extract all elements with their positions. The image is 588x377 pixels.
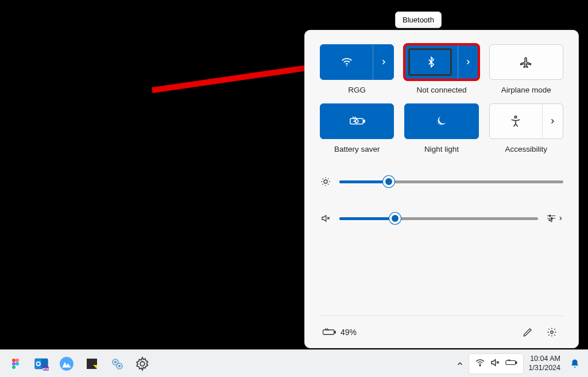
taskbar-app-figma[interactable]: [3, 352, 29, 375]
battery-saver-tile: Battery saver: [320, 103, 394, 153]
bluetooth-label: Not connected: [416, 86, 466, 94]
accessibility-tile: Accessibility: [489, 103, 563, 153]
accessibility-label: Accessibility: [505, 145, 548, 153]
volume-slider-row: [320, 213, 563, 224]
wifi-label: RGG: [348, 86, 366, 94]
brightness-slider[interactable]: [339, 180, 563, 183]
edit-quick-settings-button[interactable]: [519, 323, 537, 341]
taskbar: NEW 10:04 AM 1/31/2024: [0, 349, 588, 377]
wifi-tile: RGG: [320, 44, 394, 94]
taskbar-app-nordvpn[interactable]: [54, 352, 79, 375]
night-light-label: Night light: [424, 145, 459, 153]
taskbar-app-sticky-notes[interactable]: [79, 352, 105, 375]
taskbar-app-services[interactable]: [105, 352, 130, 375]
night-light-icon: [435, 115, 448, 128]
svg-point-1: [346, 66, 347, 67]
svg-point-9: [549, 215, 551, 217]
wifi-button[interactable]: [320, 44, 394, 80]
svg-point-13: [12, 359, 16, 362]
clock-time: 10:04 AM: [530, 355, 560, 364]
svg-point-5: [440, 125, 440, 125]
svg-point-16: [16, 362, 19, 366]
accessibility-expand-button[interactable]: [542, 104, 563, 139]
battery-saver-icon: [349, 116, 365, 127]
airplane-label: Airplane mode: [501, 86, 551, 94]
svg-point-24: [60, 357, 74, 371]
tray-overflow-button[interactable]: [451, 352, 469, 375]
bluetooth-tooltip: Bluetooth: [395, 11, 442, 28]
battery-saver-button[interactable]: [320, 103, 394, 139]
night-light-button[interactable]: [404, 103, 478, 139]
tray-volume-mute-icon: [490, 357, 500, 370]
bluetooth-expand-button[interactable]: [458, 45, 478, 79]
taskbar-clock[interactable]: 10:04 AM 1/31/2024: [524, 355, 565, 372]
brightness-icon: [320, 176, 331, 187]
sound-output-button[interactable]: [546, 213, 563, 224]
clock-date: 1/31/2024: [528, 364, 560, 373]
svg-point-15: [12, 362, 16, 366]
svg-point-6: [437, 121, 438, 121]
svg-rect-11: [335, 331, 336, 333]
volume-slider-thumb[interactable]: [389, 213, 401, 224]
airplane-icon: [520, 56, 532, 68]
brightness-slider-row: [320, 176, 563, 187]
svg-point-21: [37, 362, 40, 365]
taskbar-app-outlook[interactable]: NEW: [29, 352, 54, 375]
brightness-slider-thumb[interactable]: [383, 176, 394, 187]
svg-rect-32: [516, 361, 517, 363]
quick-settings-panel: RGG Not connected: [304, 30, 579, 348]
settings-button[interactable]: [543, 323, 561, 341]
system-tray: 10:04 AM 1/31/2024: [451, 352, 585, 375]
svg-point-31: [480, 365, 481, 366]
svg-point-10: [551, 218, 552, 220]
notifications-button[interactable]: [565, 352, 585, 375]
airplane-tile: Airplane mode: [489, 44, 563, 94]
accessibility-icon: [509, 115, 522, 128]
tooltip-label: Bluetooth: [403, 16, 434, 24]
svg-point-29: [119, 365, 121, 367]
tray-wifi-icon: [475, 357, 485, 370]
volume-slider[interactable]: [339, 217, 538, 220]
wifi-expand-button[interactable]: [373, 45, 393, 79]
bluetooth-tile: Not connected: [404, 44, 478, 94]
svg-text:NEW: NEW: [42, 367, 49, 370]
svg-point-14: [16, 359, 19, 362]
battery-percent: 49%: [341, 328, 357, 337]
svg-point-7: [514, 116, 517, 118]
svg-point-12: [551, 330, 554, 333]
wifi-icon: [341, 56, 353, 68]
svg-point-8: [324, 180, 327, 183]
airplane-button[interactable]: [489, 44, 563, 80]
tray-battery-icon: [505, 359, 517, 369]
desktop: Bluetooth RGG: [0, 0, 588, 349]
battery-saver-label: Battery saver: [334, 145, 380, 153]
svg-point-30: [140, 361, 145, 366]
quick-settings-grid: RGG Not connected: [320, 44, 563, 153]
volume-mute-icon[interactable]: [320, 213, 331, 224]
bluetooth-icon: [425, 56, 437, 68]
bluetooth-button[interactable]: [404, 44, 478, 80]
tray-network-volume-battery[interactable]: [469, 353, 524, 374]
battery-status-button[interactable]: 49%: [322, 328, 357, 337]
battery-saver-small-icon: [322, 328, 336, 337]
night-light-tile: Night light: [404, 103, 478, 153]
accessibility-button[interactable]: [489, 103, 563, 139]
svg-rect-2: [363, 120, 365, 122]
svg-point-28: [115, 361, 117, 363]
taskbar-app-settings[interactable]: [130, 352, 155, 375]
svg-point-17: [12, 366, 16, 369]
panel-footer: 49%: [320, 316, 563, 348]
svg-point-4: [438, 123, 439, 124]
